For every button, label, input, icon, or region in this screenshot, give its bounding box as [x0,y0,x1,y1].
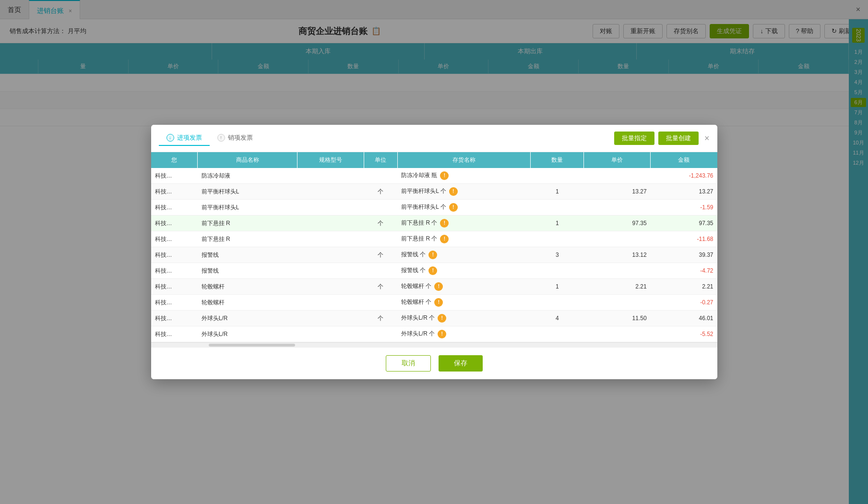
th-col1: 您 [151,152,198,168]
cell-company: 科技… [151,263,198,279]
cell-unit [364,263,397,279]
cell-price: 13.27 [584,184,651,200]
th-unit: 单位 [364,152,397,168]
cell-product-name: 防冻冷却液 [198,168,297,184]
dialog-overlay: ↓ 进项发票 ↑ 销项发票 批量指定 批量创建 × [0,0,868,504]
warning-icon[interactable]: ! [434,298,443,307]
cell-price: 13.12 [584,247,651,263]
cell-qty: 3 [531,247,584,263]
cell-qty [531,295,584,311]
warning-icon[interactable]: ! [438,330,446,338]
cell-inventory: 前平衡杆球头L 个! [397,184,531,200]
cell-qty [531,200,584,216]
warning-icon[interactable]: ! [440,235,449,243]
warning-icon[interactable]: ! [428,251,437,259]
cell-inventory: 前平衡杆球头L 个! [397,200,531,216]
dialog-close-button[interactable]: × [704,134,710,143]
dialog-header: ↓ 进项发票 ↑ 销项发票 批量指定 批量创建 × [151,125,717,152]
cell-amount: -11.68 [651,231,717,247]
cell-qty [531,326,584,342]
cell-inventory: 报警线 个! [397,247,531,263]
cell-company: 科技… [151,247,198,263]
cell-product-name: 报警线 [198,247,297,263]
warning-icon[interactable]: ! [440,219,449,228]
cell-amount: -5.52 [651,326,717,342]
cell-spec [297,295,364,311]
warning-icon[interactable]: ! [440,171,449,180]
warning-icon[interactable]: ! [449,203,458,212]
th-price: 单价 [584,152,651,168]
cell-qty [531,168,584,184]
cell-inventory: 前下悬挂 R 个! [397,216,531,231]
cell-spec [297,200,364,216]
cell-inventory: 轮毂螺杆 个! [397,279,531,295]
cell-qty: 1 [531,279,584,295]
cell-spec [297,311,364,326]
warning-icon[interactable]: ! [434,282,443,291]
cell-qty: 1 [531,184,584,200]
invoice-table: 您 商品名称 规格型号 单位 存货名称 数量 单价 金额 科技…防冻冷 [151,152,717,343]
cell-product-name: 轮毂螺杆 [198,295,297,311]
table-row: 科技…外球头L/R个外球头L/R 个!411.5046.01 [151,311,717,326]
cell-amount: 2.21 [651,279,717,295]
cell-product-name: 前平衡杆球头L [198,200,297,216]
cell-price [584,326,651,342]
tab-income-invoice[interactable]: ↓ 进项发票 [159,131,210,146]
cell-spec [297,184,364,200]
cell-company: 科技… [151,216,198,231]
table-row: 科技…前平衡杆球头L前平衡杆球头L 个!-1.59 [151,200,717,216]
cell-amount: -1.59 [651,200,717,216]
cell-price [584,200,651,216]
cell-unit [364,295,397,311]
cell-unit: 个 [364,311,397,326]
th-qty: 数量 [531,152,584,168]
batch-assign-button[interactable]: 批量指定 [614,132,654,145]
main-area: 销售成本计算方法： 月平均 商贸企业进销台账 📋 对账 重新开账 存货别名 生成… [0,19,868,504]
cell-unit [364,168,397,184]
cell-amount: -1,243.76 [651,168,717,184]
cell-company: 科技… [151,311,198,326]
th-spec: 规格型号 [297,152,364,168]
cell-unit: 个 [364,216,397,231]
warning-icon[interactable]: ! [428,266,437,275]
cancel-button[interactable]: 取消 [386,355,431,372]
cell-product-name: 前下悬挂 R [198,216,297,231]
dialog-body: 您 商品名称 规格型号 单位 存货名称 数量 单价 金额 科技…防冻冷 [151,152,717,348]
cell-product-name: 外球头L/R [198,326,297,342]
tab-sales-invoice[interactable]: ↑ 销项发票 [210,131,261,146]
cell-spec [297,231,364,247]
cell-inventory: 外球头L/R 个! [397,326,531,342]
cell-amount: -4.72 [651,263,717,279]
dialog-scrollbar[interactable] [151,342,717,347]
cell-company: 科技… [151,279,198,295]
cell-qty: 1 [531,216,584,231]
cell-amount: 39.37 [651,247,717,263]
sales-invoice-icon: ↑ [217,134,225,142]
cell-qty: 4 [531,311,584,326]
cell-inventory: 轮毂螺杆 个! [397,295,531,311]
cell-company: 科技… [151,326,198,342]
cell-company: 科技… [151,184,198,200]
cell-qty [531,263,584,279]
cell-spec [297,216,364,231]
cell-product-name: 外球头L/R [198,311,297,326]
cell-unit [364,200,397,216]
cell-product-name: 前下悬挂 R [198,231,297,247]
cell-inventory: 前下悬挂 R 个! [397,231,531,247]
table-row: 科技…报警线报警线 个!-4.72 [151,263,717,279]
cell-inventory: 外球头L/R 个! [397,311,531,326]
table-row: 科技…外球头L/R外球头L/R 个!-5.52 [151,326,717,342]
save-button[interactable]: 保存 [439,355,483,372]
cell-company: 科技… [151,168,198,184]
cell-spec [297,279,364,295]
warning-icon[interactable]: ! [438,314,446,323]
cell-amount: 46.01 [651,311,717,326]
cell-company: 科技… [151,295,198,311]
cell-product-name: 轮毂螺杆 [198,279,297,295]
scrollbar-thumb[interactable] [209,344,295,347]
warning-icon[interactable]: ! [449,187,458,196]
batch-create-button[interactable]: 批量创建 [658,132,699,145]
cell-unit: 个 [364,279,397,295]
income-invoice-icon: ↓ [166,134,174,142]
table-row: 科技…报警线个报警线 个!313.1239.37 [151,247,717,263]
